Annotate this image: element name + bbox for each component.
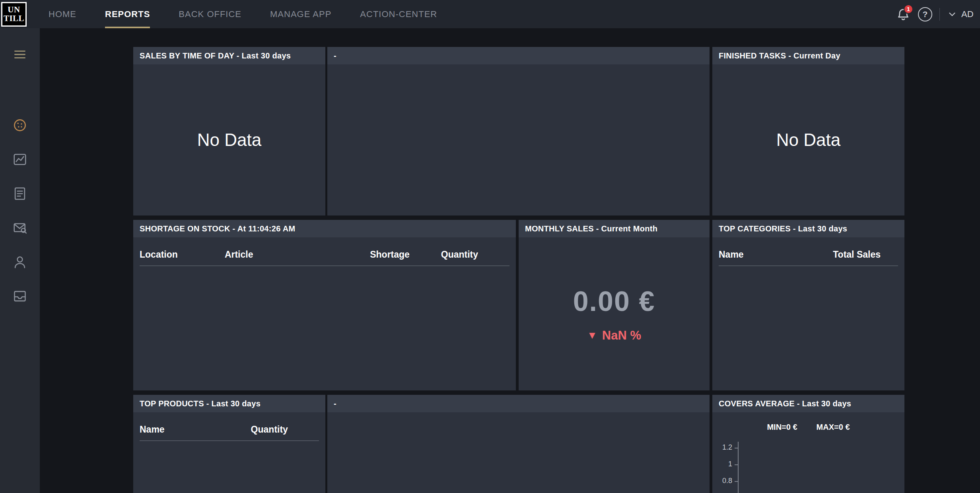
panel-covers-average: COVERS AVERAGE - Last 30 days MIN=0 € MA… xyxy=(712,395,904,493)
logo-line2: TILL xyxy=(4,14,24,23)
products-table-header: Name Quantity xyxy=(140,424,319,441)
nav-home[interactable]: HOME xyxy=(49,0,76,28)
delta-text: NaN % xyxy=(602,328,641,343)
cookie-icon[interactable] xyxy=(12,117,28,133)
notification-badge: 1 xyxy=(904,4,913,14)
no-data-text: No Data xyxy=(776,130,840,150)
categories-table-header: Name Total Sales xyxy=(719,249,898,266)
y-axis xyxy=(738,442,739,493)
panel-top-categories: TOP CATEGORIES - Last 30 days Name Total… xyxy=(712,220,904,390)
panel-finished-tasks: FINISHED TASKS - Current Day No Data xyxy=(712,47,904,215)
column-header: Shortage xyxy=(347,249,410,260)
no-data-text: No Data xyxy=(197,130,261,150)
logo-line1: UN xyxy=(8,6,20,14)
notifications-button[interactable]: 1 xyxy=(896,7,911,22)
top-navigation-bar: UN TILL HOME REPORTS BACK OFFICE MANAGE … xyxy=(0,0,980,28)
column-header: Article xyxy=(225,249,347,260)
help-button[interactable]: ? xyxy=(918,7,932,21)
user-menu[interactable]: AD xyxy=(947,9,974,19)
nav-reports[interactable]: REPORTS xyxy=(105,0,150,28)
triangle-down-icon: ▼ xyxy=(587,329,597,342)
topbar-actions: 1 ? AD xyxy=(896,0,974,28)
untill-logo[interactable]: UN TILL xyxy=(1,2,27,27)
panel-untitled-top: - xyxy=(327,47,710,215)
panel-title: SALES BY TIME OF DAY - Last 30 days xyxy=(133,47,325,64)
panel-sales-by-time-of-day: SALES BY TIME OF DAY - Last 30 days No D… xyxy=(133,47,325,215)
nav-manage-app[interactable]: MANAGE APP xyxy=(270,0,331,28)
panel-title: - xyxy=(327,47,710,64)
customers-icon[interactable] xyxy=(12,254,28,270)
left-sidebar xyxy=(0,28,40,493)
divider xyxy=(939,8,940,21)
question-mark-icon: ? xyxy=(923,10,928,19)
panel-title: FINISHED TASKS - Current Day xyxy=(712,47,904,64)
panel-title: TOP CATEGORIES - Last 30 days xyxy=(712,220,904,237)
column-header: Quantity xyxy=(251,424,319,435)
panel-title: TOP PRODUCTS - Last 30 days xyxy=(133,395,325,412)
panel-untitled-bottom: - Bear xyxy=(327,395,710,493)
nav-action-center[interactable]: ACTION-CENTER xyxy=(360,0,437,28)
hamburger-menu-icon[interactable] xyxy=(12,47,28,62)
main-nav: HOME REPORTS BACK OFFICE MANAGE APP ACTI… xyxy=(49,0,437,28)
column-header: Quantity xyxy=(410,249,509,260)
documents-icon[interactable] xyxy=(12,186,28,202)
y-tick-label: 1 xyxy=(712,460,732,468)
shortage-table-header: Location Article Shortage Quantity xyxy=(140,249,509,266)
chevron-down-icon xyxy=(947,9,957,19)
panel-monthly-sales: MONTHLY SALES - Current Month 0.00 € ▼ N… xyxy=(519,220,710,390)
inbox-icon[interactable] xyxy=(12,288,28,304)
panel-title: MONTHLY SALES - Current Month xyxy=(519,220,710,237)
y-tick-label: 1.2 xyxy=(712,443,732,452)
mail-search-icon[interactable] xyxy=(12,220,28,236)
column-header: Location xyxy=(140,249,225,260)
panel-title: - xyxy=(327,395,710,412)
panel-top-products: TOP PRODUCTS - Last 30 days Name Quantit… xyxy=(133,395,325,493)
covers-average-chart: 1.2 1 0.8 xyxy=(712,395,904,493)
monthly-sales-delta: ▼ NaN % xyxy=(587,328,641,343)
nav-back-office[interactable]: BACK OFFICE xyxy=(179,0,241,28)
column-header: Name xyxy=(719,249,744,260)
panel-title: SHORTAGE ON STOCK - At 11:04:26 AM xyxy=(133,220,516,237)
user-menu-label: AD xyxy=(961,9,974,19)
column-header: Total Sales xyxy=(833,249,898,260)
sales-chart-icon[interactable] xyxy=(12,151,28,167)
column-header: Name xyxy=(140,424,251,435)
y-tick-label: 0.8 xyxy=(712,477,732,485)
panel-shortage-on-stock: SHORTAGE ON STOCK - At 11:04:26 AM Locat… xyxy=(133,220,516,390)
monthly-sales-value: 0.00 € xyxy=(573,285,655,317)
